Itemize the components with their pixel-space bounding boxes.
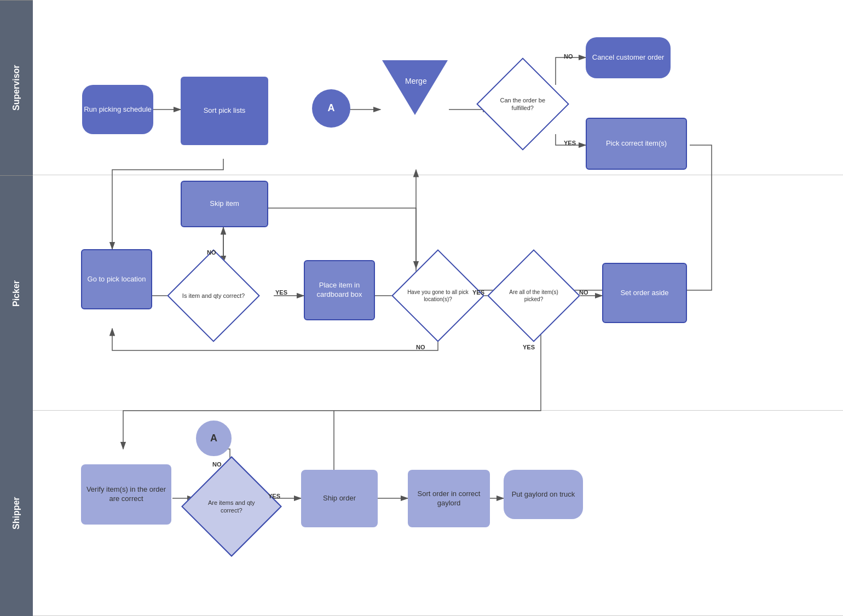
no-label-skip: NO — [207, 249, 216, 256]
connector-a-supervisor[interactable]: A — [312, 89, 350, 128]
no-label-shipper: NO — [212, 461, 222, 468]
yes-label-allpick: YES — [472, 289, 484, 296]
swimlane-labels: Supervisor Picker Shipper — [0, 0, 33, 616]
yes-label-all-items: YES — [523, 344, 535, 350]
no-label-items: NO — [579, 289, 588, 296]
no-label-allpick: NO — [416, 344, 425, 350]
main-container: Supervisor Picker Shipper — [0, 0, 843, 616]
skip-item[interactable]: Skip item — [181, 181, 268, 227]
diagram-area: Run picking schedule Sort pick lists A M… — [33, 0, 843, 616]
picker-label: Picker — [0, 175, 33, 411]
pick-correct-items[interactable]: Pick correct item(s) — [586, 118, 687, 170]
connector-a-shipper[interactable]: A — [196, 421, 232, 456]
sort-order-gaylord[interactable]: Sort order in correct gaylord — [408, 470, 490, 527]
no-label-cancel: NO — [564, 53, 573, 60]
supervisor-label: Supervisor — [0, 0, 33, 175]
set-order-aside[interactable]: Set order aside — [602, 263, 687, 323]
put-gaylord-truck[interactable]: Put gaylord on truck — [504, 470, 583, 519]
cancel-customer-order[interactable]: Cancel customer order — [586, 37, 671, 78]
yes-label-ship: YES — [268, 493, 280, 499]
yes-label-place: YES — [275, 289, 287, 296]
run-picking-schedule[interactable]: Run picking schedule — [82, 85, 153, 134]
go-pick-location[interactable]: Go to pick location — [81, 249, 152, 309]
yes-label-pick: YES — [564, 140, 576, 146]
place-item-cardboard[interactable]: Place item in cardboard box — [304, 260, 375, 320]
sort-pick-lists[interactable]: Sort pick lists — [181, 77, 268, 145]
ship-order[interactable]: Ship order — [301, 470, 378, 527]
verify-items-order[interactable]: Verify item(s) in the order are correct — [81, 464, 171, 525]
shipper-label: Shipper — [0, 411, 33, 616]
